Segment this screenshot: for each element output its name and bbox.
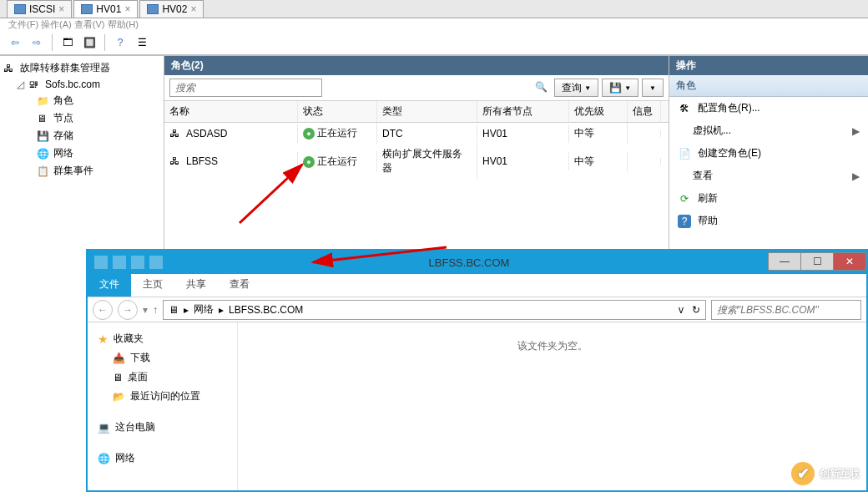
- action-label: 配置角色(R)...: [698, 101, 760, 115]
- ribbon-view[interactable]: 查看: [218, 272, 261, 297]
- explorer-nav-tree[interactable]: ★ 收藏夹 📥 下载 🖥 桌面 📂 最近访问的位置 💻 这台电脑: [88, 322, 238, 490]
- quick-access-toolbar[interactable]: [88, 256, 169, 269]
- cluster-tree[interactable]: 🖧 故障转移群集管理器 ◿ 🖳 Sofs.bc.com 📁 角色 🖥 节点 ▷ …: [0, 56, 164, 249]
- tree-events[interactable]: 📋 群集事件: [0, 162, 164, 180]
- tree-label: 存储: [53, 129, 73, 143]
- tree-roles[interactable]: 📁 角色: [0, 92, 164, 109]
- tree-network[interactable]: 🌐 网络: [91, 449, 234, 468]
- col-name[interactable]: 名称: [164, 101, 298, 122]
- tree-label: 这台电脑: [115, 420, 155, 434]
- help-button[interactable]: ?: [110, 33, 130, 53]
- menubar[interactable]: 文件(F) 操作(A) 查看(V) 帮助(H): [0, 18, 868, 30]
- qat-icon[interactable]: [131, 256, 144, 269]
- tree-cluster[interactable]: ◿ 🖳 Sofs.bc.com: [0, 77, 164, 92]
- chevron-right-icon: ▶: [852, 125, 860, 137]
- ribbon-share[interactable]: 共享: [174, 272, 218, 297]
- action-configure-role[interactable]: 🛠 配置角色(R)...: [669, 97, 868, 119]
- ribbon-home[interactable]: 主页: [131, 272, 174, 297]
- close-icon[interactable]: ×: [58, 3, 64, 15]
- tree-nodes[interactable]: 🖥 节点: [0, 109, 164, 127]
- breadcrumb-sep: ▸: [219, 304, 224, 316]
- col-status[interactable]: 状态: [298, 101, 377, 122]
- cluster-icon: 🖳: [28, 79, 42, 90]
- recent-icon: 📂: [113, 391, 125, 403]
- breadcrumb-item[interactable]: 网络: [194, 302, 214, 317]
- ribbon: 文件 主页 共享 查看: [88, 274, 866, 297]
- refresh-button[interactable]: 🔲: [79, 33, 99, 53]
- tree-recent[interactable]: 📂 最近访问的位置: [91, 387, 234, 406]
- help-icon: ?: [678, 215, 691, 228]
- nav-forward-button[interactable]: →: [118, 300, 138, 320]
- close-icon[interactable]: ×: [124, 3, 130, 15]
- tree-favorites[interactable]: ★ 收藏夹: [91, 329, 234, 348]
- tree-downloads[interactable]: 📥 下载: [91, 348, 234, 368]
- query-button[interactable]: 查询 ▼: [554, 79, 598, 97]
- action-create-empty-role[interactable]: 📄 创建空角色(E): [669, 142, 868, 165]
- cell-priority: 中等: [569, 151, 628, 172]
- col-info[interactable]: 信息: [628, 101, 661, 122]
- action-label: 帮助: [698, 214, 718, 228]
- properties-button[interactable]: 🗔: [58, 33, 78, 53]
- explorer-titlebar[interactable]: LBFSS.BC.COM — ☐ ✕: [88, 251, 866, 274]
- nav-back-button[interactable]: ←: [93, 300, 113, 320]
- qat-icon[interactable]: [113, 256, 126, 269]
- explorer-search-input[interactable]: [711, 300, 861, 320]
- list-options-button[interactable]: ▼: [642, 79, 664, 97]
- action-view[interactable]: 查看 ▶: [669, 165, 868, 187]
- list-button[interactable]: ☰: [132, 33, 152, 53]
- tab-hv01[interactable]: HV01 ×: [73, 0, 138, 18]
- table-row[interactable]: 🖧LBFSS ●正在运行 横向扩展文件服务器 HV01 中等: [164, 144, 669, 179]
- tree-root[interactable]: 🖧 故障转移群集管理器: [0, 59, 164, 77]
- explorer-content[interactable]: 该文件夹为空。: [238, 322, 866, 490]
- app-icon: [94, 256, 108, 269]
- vm-icon: [81, 4, 93, 14]
- nav-up-button[interactable]: ↑: [153, 304, 158, 316]
- col-owner[interactable]: 所有者节点: [477, 101, 569, 122]
- tree-label: Sofs.bc.com: [45, 79, 100, 90]
- address-dropdown-icon[interactable]: v: [679, 304, 684, 316]
- collapse-icon[interactable]: ◿: [15, 79, 25, 90]
- roles-panel: 角色(2) 🔍 查询 ▼ 💾 ▼ ▼ 名称 状态 类型 所有者节点 优先级: [164, 56, 669, 249]
- action-help[interactable]: ? 帮助: [669, 210, 868, 232]
- tree-label: 桌面: [128, 370, 148, 384]
- search-input[interactable]: [169, 79, 322, 97]
- cell-name: ASDASD: [186, 128, 227, 139]
- tree-storage[interactable]: ▷ 💾 存储: [0, 127, 164, 145]
- address-bar[interactable]: 🖥 ▸ 网络 ▸ LBFSS.BC.COM v ↻: [163, 300, 706, 320]
- minimize-button[interactable]: —: [768, 252, 801, 271]
- cell-owner: HV01: [477, 152, 569, 170]
- qat-dropdown-icon[interactable]: [149, 256, 163, 269]
- events-icon: 📋: [37, 165, 50, 177]
- watermark-logo-icon: ✔: [791, 462, 815, 485]
- search-icon[interactable]: 🔍: [535, 81, 548, 93]
- cluster-manager-icon: 🖧: [3, 63, 17, 74]
- tab-hv02[interactable]: HV02 ×: [139, 0, 204, 18]
- tab-iscsi[interactable]: ISCSI ×: [7, 0, 72, 18]
- refresh-icon[interactable]: ↻: [692, 304, 700, 316]
- back-button[interactable]: ⇦: [5, 33, 25, 53]
- ribbon-file[interactable]: 文件: [88, 272, 131, 297]
- grid-header: 名称 状态 类型 所有者节点 优先级 信息: [164, 100, 669, 123]
- actions-title: 操作: [669, 56, 868, 75]
- explorer-window: LBFSS.BC.COM — ☐ ✕ 文件 主页 共享 查看 ← → ▾ ↑ 🖥…: [86, 249, 868, 492]
- table-row[interactable]: 🖧ASDASD ●正在运行 DTC HV01 中等: [164, 123, 669, 144]
- forward-button[interactable]: ⇨: [27, 33, 47, 53]
- chevron-down-icon: ▼: [584, 84, 591, 92]
- storage-icon: 💾: [37, 130, 50, 142]
- maximize-button[interactable]: ☐: [800, 252, 834, 271]
- tree-computer[interactable]: 💻 这台电脑: [91, 418, 234, 437]
- close-icon[interactable]: ×: [190, 3, 196, 15]
- save-button[interactable]: 💾 ▼: [602, 79, 638, 97]
- downloads-icon: 📥: [113, 353, 125, 364]
- col-priority[interactable]: 优先级: [569, 101, 628, 122]
- action-refresh[interactable]: ⟳ 刷新: [669, 187, 868, 210]
- col-type[interactable]: 类型: [377, 101, 477, 122]
- tree-desktop[interactable]: 🖥 桌面: [91, 368, 234, 387]
- nav-history-icon[interactable]: ▾: [143, 304, 148, 316]
- window-title: LBFSS.BC.COM: [169, 256, 769, 269]
- action-virtual-machine[interactable]: 虚拟机... ▶: [669, 119, 868, 142]
- action-label: 创建空角色(E): [698, 146, 761, 160]
- close-button[interactable]: ✕: [833, 252, 866, 271]
- tree-networks[interactable]: 🌐 网络: [0, 145, 164, 162]
- breadcrumb-item[interactable]: LBFSS.BC.COM: [229, 304, 303, 316]
